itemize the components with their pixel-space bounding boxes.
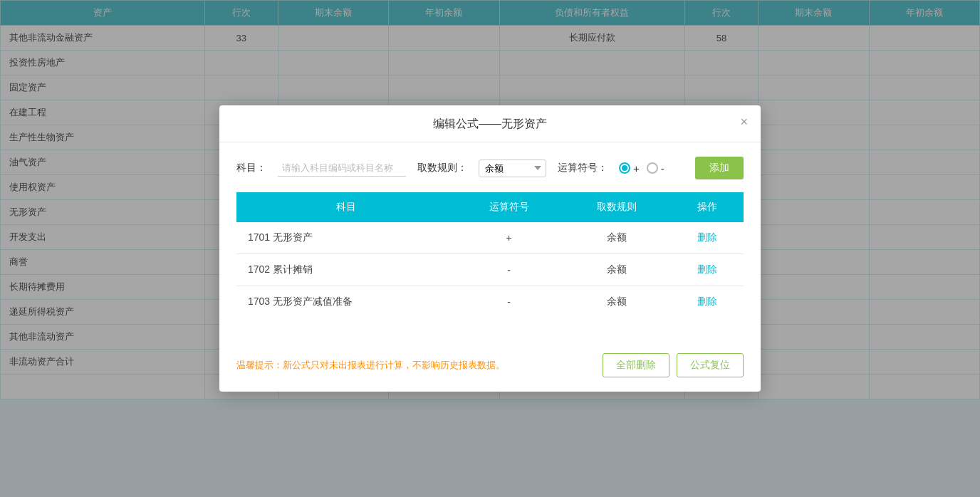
form-row: 科目： 取数规则： 余额借方贷方借方发生额贷方发生额 运算符号： + -	[236, 157, 744, 179]
formula-action-cell: 删除	[670, 286, 744, 318]
rule-select[interactable]: 余额借方贷方借方发生额贷方发生额	[479, 159, 546, 177]
minus-radio-circle	[647, 162, 658, 174]
formula-col-header: 运算符号	[455, 192, 563, 222]
table-row: 1702 累计摊销-余额删除	[236, 254, 744, 286]
formula-subject-cell: 1703 无形资产减值准备	[236, 286, 455, 318]
modal-footer: 温馨提示：新公式只对未出报表进行计算，不影响历史报表数据。 全部删除 公式复位	[219, 343, 761, 392]
subject-label: 科目：	[236, 162, 266, 174]
minus-radio-label: -	[661, 162, 664, 174]
formula-subject-cell: 1701 无形资产	[236, 222, 455, 254]
formula-rule-cell: 余额	[563, 254, 670, 286]
formula-subject-cell: 1702 累计摊销	[236, 254, 455, 286]
formula-rule-cell: 余额	[563, 222, 670, 254]
modal-title: 编辑公式——无形资产	[433, 117, 547, 130]
formula-rule-cell: 余额	[563, 286, 670, 318]
operator-label: 运算符号：	[558, 162, 608, 174]
add-button[interactable]: 添加	[695, 157, 744, 179]
plus-radio-label: +	[633, 162, 640, 174]
operator-minus-radio[interactable]: -	[647, 162, 664, 174]
formula-operator-cell: +	[455, 222, 563, 254]
operator-plus-radio[interactable]: +	[619, 162, 640, 174]
footer-buttons: 全部删除 公式复位	[603, 353, 744, 377]
reset-formula-button[interactable]: 公式复位	[677, 353, 744, 377]
formula-table-body: 1701 无形资产+余额删除1702 累计摊销-余额删除1703 无形资产减值准…	[236, 222, 744, 318]
formula-col-header: 操作	[670, 192, 744, 222]
subject-input[interactable]	[278, 159, 406, 177]
modal-header: 编辑公式——无形资产 ×	[219, 105, 761, 142]
table-row: 1703 无形资产减值准备-余额删除	[236, 286, 744, 318]
delete-row-button[interactable]: 删除	[697, 231, 717, 244]
footer-hint: 温馨提示：新公式只对未出报表进行计算，不影响历史报表数据。	[236, 359, 505, 372]
modal-overlay: 编辑公式——无形资产 × 科目： 取数规则： 余额借方贷方借方发生额贷方发生额 …	[0, 0, 980, 497]
formula-table-head: 科目运算符号取数规则操作	[236, 192, 744, 222]
formula-operator-cell: -	[455, 286, 563, 318]
plus-radio-circle	[619, 162, 630, 174]
formula-action-cell: 删除	[670, 254, 744, 286]
operator-radio-group: + -	[619, 162, 664, 174]
delete-row-button[interactable]: 删除	[697, 263, 717, 276]
modal-body: 科目： 取数规则： 余额借方贷方借方发生额贷方发生额 运算符号： + -	[219, 142, 761, 343]
formula-operator-cell: -	[455, 254, 563, 286]
formula-action-cell: 删除	[670, 222, 744, 254]
formula-table: 科目运算符号取数规则操作 1701 无形资产+余额删除1702 累计摊销-余额删…	[236, 192, 744, 318]
close-button[interactable]: ×	[740, 115, 748, 128]
delete-row-button[interactable]: 删除	[697, 295, 717, 308]
formula-col-header: 取数规则	[563, 192, 670, 222]
delete-all-button[interactable]: 全部删除	[603, 353, 669, 377]
rule-label: 取数规则：	[417, 162, 467, 174]
formula-col-header: 科目	[236, 192, 455, 222]
edit-formula-modal: 编辑公式——无形资产 × 科目： 取数规则： 余额借方贷方借方发生额贷方发生额 …	[219, 105, 761, 392]
rule-select-wrap: 余额借方贷方借方发生额贷方发生额	[479, 159, 546, 177]
table-row: 1701 无形资产+余额删除	[236, 222, 744, 254]
